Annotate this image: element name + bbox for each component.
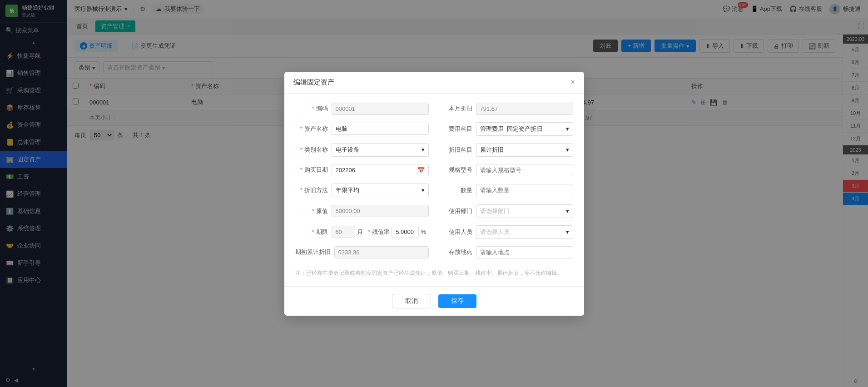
form-row-monthly-depreciation: 本月折旧 <box>440 103 573 115</box>
modal-body: 编码 本月折旧 资产名称 费用科目 管理费用_固定资产折旧 ▾ <box>284 94 584 286</box>
initial-accumulated-label: 期初累计折旧 <box>295 248 331 256</box>
modal-note: 注：已经存在变更记录或者对应固定资产已经生成凭证，原值、购买日期、残值率、累计折… <box>295 266 573 277</box>
quantity-input[interactable] <box>476 184 573 196</box>
modal-header: 编辑固定资产 × <box>284 72 584 94</box>
modal-form-grid: 编码 本月折旧 资产名称 费用科目 管理费用_固定资产折旧 ▾ <box>295 103 573 277</box>
code-label: 编码 <box>295 104 328 113</box>
residual-rate-label: 残值率 <box>368 228 390 236</box>
monthly-dep-input <box>476 103 573 115</box>
form-row-location: 存放地点 <box>440 246 573 258</box>
original-value-input <box>332 205 429 217</box>
dep-subject-label: 折旧科目 <box>440 146 472 154</box>
dep-method-dropdown-icon: ▾ <box>422 187 425 194</box>
form-row-expense-subject: 费用科目 管理费用_固定资产折旧 ▾ <box>440 122 573 136</box>
person-dropdown-icon: ▾ <box>566 228 569 235</box>
person-select[interactable]: 请选择人员 ▾ <box>476 225 573 239</box>
residual-rate-unit: % <box>421 228 426 235</box>
purchase-date-label: 购买日期 <box>295 166 328 174</box>
modal-title: 编辑固定资产 <box>293 78 334 87</box>
dep-subject-select[interactable]: 累计折旧 ▾ <box>476 143 573 157</box>
category-select[interactable]: 电子设备 ▾ <box>332 143 429 157</box>
form-row-original-value: 原值 <box>295 204 429 218</box>
edit-asset-modal: 编辑固定资产 × 编码 本月折旧 资产名称 <box>284 72 584 316</box>
calendar-icon: 📅 <box>417 167 425 174</box>
category-label: 类别名称 <box>295 146 328 154</box>
category-dropdown-icon: ▾ <box>422 146 425 153</box>
form-row-period: 期限 月 残值率 % <box>295 225 429 239</box>
cancel-button[interactable]: 取消 <box>392 294 431 308</box>
form-row-depreciation-method: 折旧方法 年限平均 ▾ <box>295 184 429 197</box>
form-row-name: 资产名称 <box>295 122 429 136</box>
dep-subject-dropdown-icon: ▾ <box>566 146 569 153</box>
form-row-code: 编码 <box>295 103 429 115</box>
expense-subject-select[interactable]: 管理费用_固定资产折旧 ▾ <box>476 122 573 136</box>
form-row-purchase-date: 购买日期 202206 📅 <box>295 164 429 176</box>
location-input[interactable] <box>476 246 573 258</box>
form-row-initial-accumulated: 期初累计折旧 <box>295 246 429 258</box>
purchase-date-input[interactable]: 202206 📅 <box>332 164 429 176</box>
person-label: 使用人员 <box>440 228 472 236</box>
department-dropdown-icon: ▾ <box>566 208 569 214</box>
form-row-category: 类别名称 电子设备 ▾ <box>295 143 429 157</box>
modal-footer: 取消 保存 <box>284 286 584 316</box>
code-input[interactable] <box>332 103 429 115</box>
spec-input[interactable] <box>476 164 573 176</box>
period-input <box>332 226 355 238</box>
period-unit: 月 <box>357 228 363 236</box>
location-label: 存放地点 <box>440 248 472 256</box>
original-value-label: 原值 <box>295 207 328 215</box>
form-row-spec: 规格型号 <box>440 164 573 176</box>
name-label: 资产名称 <box>295 125 328 133</box>
period-label: 期限 <box>295 228 328 236</box>
department-select[interactable]: 请选择部门 ▾ <box>476 204 573 218</box>
form-row-person: 使用人员 请选择人员 ▾ <box>440 225 573 239</box>
modal-overlay: 编辑固定资产 × 编码 本月折旧 资产名称 <box>0 0 868 387</box>
save-button[interactable]: 保存 <box>438 294 476 308</box>
department-label: 使用部门 <box>440 207 472 215</box>
initial-accumulated-input <box>334 246 429 258</box>
monthly-dep-label: 本月折旧 <box>440 104 472 113</box>
dep-method-label: 折旧方法 <box>295 186 328 194</box>
form-row-department: 使用部门 请选择部门 ▾ <box>440 204 573 218</box>
spec-label: 规格型号 <box>440 166 472 174</box>
expense-subject-label: 费用科目 <box>440 125 472 133</box>
name-input[interactable] <box>332 123 429 135</box>
dep-method-select[interactable]: 年限平均 ▾ <box>332 184 429 197</box>
form-row-quantity: 数量 <box>440 184 573 197</box>
quantity-label: 数量 <box>440 186 472 194</box>
period-group: 月 残值率 % <box>332 226 429 238</box>
expense-dropdown-icon: ▾ <box>566 125 569 132</box>
modal-close-button[interactable]: × <box>570 78 575 86</box>
form-row-depreciation-subject: 折旧科目 累计折旧 ▾ <box>440 143 573 157</box>
residual-rate-input <box>392 226 419 238</box>
